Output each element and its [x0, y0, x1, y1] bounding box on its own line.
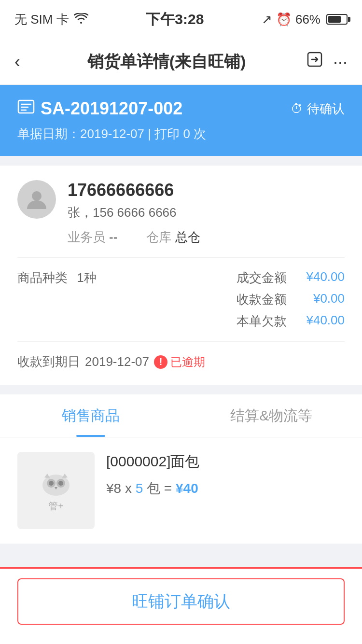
transaction-row: 成交金额 ¥40.00 — [237, 269, 345, 286]
due-date-value: 2019-12-07 — [85, 354, 149, 369]
wifi-icon — [74, 12, 88, 27]
owed-row: 本单欠款 ¥40.00 — [237, 313, 345, 330]
category-section: 商品种类 1种 — [17, 269, 97, 286]
divider-2 — [17, 341, 345, 342]
clock-icon: ⏱ — [291, 101, 303, 116]
transaction-label: 成交金额 — [237, 269, 287, 286]
multiply-sign: x — [125, 481, 136, 496]
category-value: 1种 — [77, 270, 96, 285]
customer-card: 17666666666 张，156 6666 6666 业务员 -- 仓库 总仓… — [0, 166, 362, 385]
owed-value: ¥40.00 — [296, 313, 345, 330]
order-status: ⏱ 待确认 — [291, 100, 345, 117]
product-info: [0000002]面包 ¥8 x 5 包 = ¥40 — [106, 452, 345, 498]
nav-bar: ‹ 销货单详情(来自旺铺) ··· — [0, 39, 362, 85]
amount-summary: 成交金额 ¥40.00 收款金额 ¥0.00 本单欠款 ¥40.00 — [237, 269, 345, 330]
overdue-icon: ! — [154, 355, 167, 369]
transaction-value: ¥40.00 — [296, 269, 345, 286]
salesperson-item: 业务员 -- — [68, 229, 117, 246]
product-price: ¥8 x 5 包 = ¥40 — [106, 479, 345, 498]
alarm-icon: ⏰ — [276, 12, 292, 27]
customer-name: 张，156 6666 6666 — [68, 204, 345, 221]
battery-icon — [326, 14, 348, 25]
warehouse-item: 仓库 总仓 — [146, 229, 200, 246]
network-label: 无 SIM 卡 — [14, 11, 69, 28]
location-icon: ↗ — [262, 12, 272, 27]
logo-text: 管+ — [48, 500, 64, 513]
page-title: 销货单详情(来自旺铺) — [43, 51, 290, 73]
order-icon — [17, 99, 35, 118]
overdue-badge: ! 已逾期 — [154, 354, 205, 370]
total-price: ¥40 — [176, 481, 198, 496]
svg-point-6 — [49, 481, 54, 486]
qty-value: 5 — [136, 481, 143, 496]
warehouse-value: 总仓 — [175, 229, 200, 246]
customer-phone: 17666666666 — [68, 180, 345, 200]
tab-settlement-label: 结算&物流等 — [230, 406, 312, 426]
order-id: SA-20191207-002 — [17, 98, 182, 119]
order-id-text: SA-20191207-002 — [41, 98, 182, 119]
tab-indicator — [76, 435, 105, 437]
tabs-bar: 销售商品 结算&物流等 — [0, 394, 362, 437]
share-button[interactable] — [306, 51, 323, 72]
unit-price: ¥8 — [106, 481, 121, 496]
product-image: 管+ — [17, 452, 95, 529]
customer-meta: 业务员 -- 仓库 总仓 — [68, 229, 345, 246]
salesperson-label: 业务员 — [68, 229, 105, 246]
tab-products-label: 销售商品 — [62, 406, 120, 426]
due-date-row: 收款到期日 2019-12-07 ! 已逾期 — [17, 353, 345, 370]
tab-products[interactable]: 销售商品 — [0, 394, 181, 437]
svg-point-7 — [58, 481, 63, 486]
due-date-label: 收款到期日 — [17, 353, 80, 370]
owed-label: 本单欠款 — [237, 313, 287, 330]
received-label: 收款金额 — [237, 291, 287, 308]
status-text: 待确认 — [307, 100, 345, 117]
battery-label: 66% — [295, 12, 320, 27]
unit-label: 包 — [147, 481, 160, 496]
divider-1 — [17, 257, 345, 258]
back-button[interactable]: ‹ — [14, 52, 43, 72]
header-card: SA-20191207-002 ⏱ 待确认 单据日期：2019-12-07 | … — [0, 85, 362, 156]
summary-section: 商品种类 1种 成交金额 ¥40.00 收款金额 ¥0.00 本单欠款 ¥40.… — [17, 269, 345, 330]
received-row: 收款金额 ¥0.00 — [237, 291, 345, 308]
category-label: 商品种类 — [17, 270, 68, 285]
svg-point-2 — [32, 191, 42, 201]
status-right: ↗ ⏰ 66% — [262, 12, 348, 27]
status-bar: 无 SIM 卡 下午3:28 ↗ ⏰ 66% — [0, 0, 362, 39]
more-button[interactable]: ··· — [333, 52, 348, 72]
customer-avatar — [17, 180, 56, 219]
nav-actions: ··· — [290, 51, 348, 72]
received-value: ¥0.00 — [296, 291, 345, 308]
status-left: 无 SIM 卡 — [14, 11, 88, 28]
tab-settlement[interactable]: 结算&物流等 — [181, 394, 362, 437]
product-card: 管+ [0000002]面包 ¥8 x 5 包 = ¥40 — [0, 437, 362, 544]
customer-info: 17666666666 张，156 6666 6666 业务员 -- 仓库 总仓 — [68, 180, 345, 246]
equals-sign: = — [164, 481, 176, 496]
warehouse-label: 仓库 — [146, 229, 171, 246]
bottom-bar: 旺铺订单确认 — [0, 567, 362, 644]
status-time: 下午3:28 — [146, 10, 204, 29]
product-name: [0000002]面包 — [106, 452, 345, 472]
confirm-button[interactable]: 旺铺订单确认 — [17, 578, 345, 625]
order-date: 单据日期：2019-12-07 | 打印 0 次 — [17, 126, 345, 142]
overdue-text: 已逾期 — [170, 354, 205, 370]
salesperson-value: -- — [109, 230, 117, 245]
